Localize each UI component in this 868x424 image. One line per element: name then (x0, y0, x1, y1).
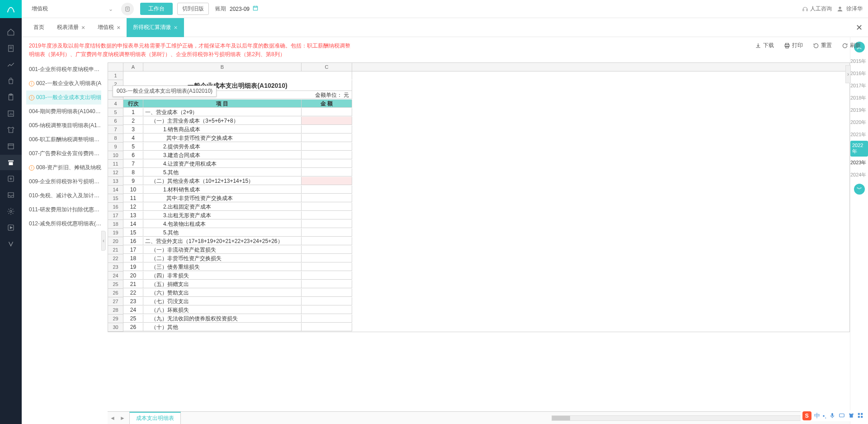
cell[interactable]: 其中:非货币性资产交换成本 (143, 194, 302, 202)
cell[interactable]: 24 (123, 306, 143, 314)
row-header[interactable]: 6 (108, 117, 123, 125)
sheet-nav-next[interactable]: ► (118, 413, 127, 423)
cell[interactable]: 4.包装物出租成本 (143, 220, 302, 228)
nav-clipboard-icon[interactable] (0, 90, 22, 105)
row-header[interactable]: 21 (108, 246, 123, 254)
cell[interactable]: 5.其他 (143, 229, 302, 237)
row-header[interactable]: 9 (108, 143, 123, 151)
ime-grid-icon[interactable] (857, 412, 863, 420)
form-list-item[interactable]: 006-职工薪酬纳税调整明细… (26, 133, 101, 147)
cell[interactable]: （一）非流动资产处置损失 (143, 246, 302, 254)
cell[interactable]: 1 (123, 108, 143, 116)
cell[interactable]: 其中:非货币性资产交换成本 (143, 134, 302, 142)
row-header[interactable]: 8 (108, 134, 123, 143)
consult-button[interactable]: 人工咨询 (802, 5, 832, 13)
nav-inbox-icon[interactable] (0, 187, 22, 203)
row-header[interactable]: 4 (108, 100, 123, 108)
cell[interactable] (302, 211, 352, 219)
row-header[interactable]: 11 (108, 160, 123, 168)
nav-home-icon[interactable] (0, 24, 22, 40)
reset-button[interactable]: 重置 (813, 42, 832, 49)
col-header-c[interactable]: C (302, 63, 352, 71)
cell[interactable]: （五）捐赠支出 (143, 280, 302, 288)
cell[interactable] (302, 254, 352, 262)
ime-keyboard-icon[interactable] (838, 412, 845, 420)
cell[interactable]: （四）非常损失 (143, 272, 302, 280)
ime-skin-icon[interactable] (848, 412, 854, 420)
tab-close-icon[interactable]: × (117, 24, 120, 31)
row-header[interactable]: 29 (108, 314, 123, 323)
year-item[interactable]: 2017年 (850, 80, 868, 92)
cell[interactable] (302, 125, 352, 133)
tab-close-icon[interactable]: × (174, 24, 177, 31)
cell[interactable] (302, 323, 352, 331)
sheet-tab[interactable]: 成本支出明细表 (129, 412, 181, 424)
scroll-thumb[interactable] (552, 416, 570, 420)
form-list-item[interactable]: 007-广告费和业务宣传费跨… (26, 147, 101, 161)
cell[interactable] (302, 160, 352, 168)
row-header[interactable]: 27 (108, 297, 123, 306)
row-header[interactable]: 22 (108, 254, 123, 263)
cell[interactable] (302, 143, 352, 151)
cell[interactable] (302, 194, 352, 202)
nav-report-icon[interactable] (0, 106, 22, 121)
cell[interactable] (302, 263, 352, 271)
cell[interactable]: 3.建造合同成本 (143, 151, 302, 159)
form-list-item[interactable]: !003-一般企业成本支出明细… (26, 91, 101, 105)
year-item[interactable]: 2022年 (850, 141, 868, 157)
row-header[interactable]: 5 (108, 108, 123, 117)
cell[interactable]: 5.其他 (143, 168, 302, 176)
cell[interactable] (302, 237, 352, 245)
cell[interactable]: 12 (123, 203, 143, 211)
cell[interactable]: （二）其他业务成本（10+12+13+14+15） (143, 177, 302, 185)
cell[interactable]: 1.材料销售成本 (143, 186, 302, 194)
cell[interactable]: 9 (123, 177, 143, 185)
row-header[interactable]: 18 (108, 220, 123, 229)
cell[interactable] (302, 229, 352, 237)
year-item[interactable]: 2024年 (850, 169, 868, 181)
form-list-item[interactable]: 001-企业所得税年度纳税申… (26, 62, 101, 76)
row-header[interactable]: 1 (108, 71, 123, 80)
form-list-item[interactable]: 010-免税、减计收入及加计… (26, 189, 101, 203)
nav-tax-icon[interactable] (0, 155, 22, 170)
spreadsheet[interactable]: A B C 1 2一般企业成本支出明细表(A102010) 003-一般企业成本… (108, 62, 850, 332)
cell[interactable] (302, 280, 352, 288)
cell[interactable] (302, 117, 352, 125)
cell[interactable] (302, 297, 352, 305)
year-item[interactable]: 2019年 (850, 104, 868, 116)
cell[interactable]: （八）坏账损失 (143, 306, 302, 314)
ime-logo-icon[interactable]: S (802, 411, 811, 420)
cell[interactable]: 4 (123, 134, 143, 142)
cell[interactable]: 4.让渡资产使用权成本 (143, 160, 302, 168)
row-header[interactable]: 13 (108, 177, 123, 186)
print-button[interactable]: 打印 (784, 42, 803, 49)
row-header[interactable]: 28 (108, 306, 123, 314)
year-item[interactable]: 2023年 (850, 157, 868, 169)
cell[interactable] (302, 134, 352, 142)
cell[interactable]: 11 (123, 194, 143, 202)
row-header[interactable]: 7 (108, 125, 123, 134)
cell[interactable] (302, 203, 352, 211)
tab-close-icon[interactable]: × (81, 24, 85, 31)
cell[interactable]: 10 (123, 186, 143, 194)
cell[interactable]: 3.出租无形资产成本 (143, 211, 302, 219)
cell[interactable]: 6 (123, 151, 143, 159)
download-button[interactable]: 下载 (755, 42, 774, 49)
form-list-item[interactable]: 009-企业所得税弥补亏损明… (26, 175, 101, 189)
tab[interactable]: 税表清册× (51, 18, 91, 37)
cell[interactable]: 2.出租固定资产成本 (143, 203, 302, 211)
calendar-icon[interactable] (252, 5, 259, 13)
row-header[interactable]: 20 (108, 237, 123, 246)
cell[interactable] (302, 272, 352, 280)
row-header[interactable]: 23 (108, 263, 123, 272)
ime-mic-icon[interactable] (829, 412, 835, 420)
year-item[interactable]: 2018年 (850, 92, 868, 104)
switch-old-button[interactable]: 切到旧版 (177, 3, 209, 15)
cell[interactable] (302, 151, 352, 159)
year-item[interactable]: 2020年 (850, 116, 868, 129)
user-menu[interactable]: 徐泽华 (836, 5, 863, 13)
collapse-forms-handle[interactable]: ‹ (101, 231, 106, 251)
nav-v-icon[interactable] (0, 236, 22, 252)
nav-chart-icon[interactable] (0, 57, 22, 72)
nav-doc-icon[interactable] (0, 41, 22, 56)
